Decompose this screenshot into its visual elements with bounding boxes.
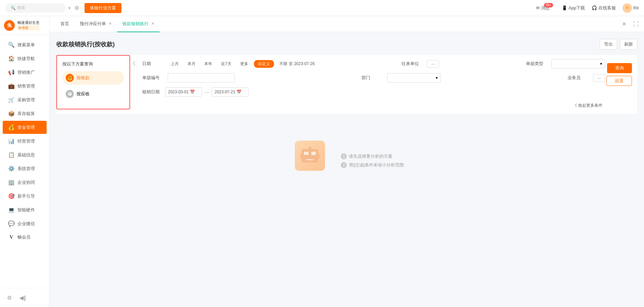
tab-home-label: 首页	[60, 21, 69, 27]
filter-option-receipt[interactable]: 💰 按收款	[62, 71, 124, 85]
receipt-option-icon: 💰	[66, 74, 74, 82]
empty-icon-box	[295, 141, 325, 171]
message-icon: ✉	[536, 5, 540, 10]
search-box[interactable]: 🔍 搜索	[5, 3, 66, 13]
filter-fields-panel: 日期 上月 本月 本年 近7天 更多 自定义	[137, 55, 637, 114]
sidebar-collapse-button[interactable]: ◀‖	[17, 292, 28, 303]
dropdown-arrow-icon[interactable]: ▾	[68, 6, 70, 10]
date-btn-this-month[interactable]: 本月	[184, 60, 199, 68]
page-content: 收款核销执行(按收款) 导出 刷新 按以下方案查询 💰 按收款 🕐	[50, 32, 644, 307]
sidebar-item-marketing[interactable]: 📢 营销推广	[3, 66, 47, 79]
page-title: 收款核销执行(按收款)	[56, 40, 115, 48]
query-button[interactable]: 查询	[607, 63, 632, 73]
dept-select[interactable]: ▾	[387, 73, 441, 83]
sidebar-item-quicknav[interactable]: 🏠 快捷导航	[3, 52, 47, 65]
industry-solution-button[interactable]: 体验行业方案	[85, 3, 121, 13]
chevron-down-icon: ▾	[436, 75, 438, 80]
filter-verif-date-row: 核销日期 2023-03-01 📅 — 2023-07-21 📅	[142, 87, 605, 97]
sidebar-item-label: 畅会员	[17, 234, 31, 240]
date-btn-this-year[interactable]: 本年	[201, 60, 215, 68]
sidebar-item-label: 经营管理	[17, 138, 35, 144]
tab-prepay-label: 预付冲应付单	[80, 21, 106, 27]
staff-input[interactable]: ···	[593, 74, 605, 82]
logo-text-block: 畅捷通好生意 标准版	[17, 20, 40, 30]
tab-prepay[interactable]: 预付冲应付单 ✕	[74, 16, 117, 32]
user-profile-button[interactable]: R Rit	[623, 3, 639, 13]
date-btn-more[interactable]: 更多	[237, 60, 251, 68]
sidebar-item-inventory[interactable]: 📦 库存核算	[3, 107, 47, 120]
sidebar-item-guide[interactable]: 🎯 新手引导	[3, 190, 47, 203]
sidebar-item-basicinfo[interactable]: 📋 基础信息	[3, 148, 47, 161]
counterparty-label: 往来单位	[401, 61, 422, 67]
sidebar-item-label: 采购管理	[17, 97, 35, 103]
svg-rect-5	[300, 154, 303, 159]
sidebar-item-member[interactable]: V 畅会员	[3, 231, 47, 244]
sidebar-item-label: 企业微信	[17, 221, 35, 227]
sidebar-item-label: 基础信息	[17, 152, 35, 158]
guide-icon: 🎯	[8, 193, 15, 199]
sidebar-item-system[interactable]: ⚙️ 系统管理	[3, 162, 47, 175]
app-download-button[interactable]: 📱 App下载	[562, 5, 585, 11]
date-btn-7days[interactable]: 近7天	[218, 60, 234, 68]
svg-rect-3	[306, 159, 314, 160]
sidebar-nav: 🔍 搜索菜单 🏠 快捷导航 📢 营销推广 💼 销售管理 🛒 采购管理 📦	[0, 35, 49, 288]
logo-icon: 兔	[4, 20, 15, 31]
avatar: R	[623, 3, 632, 13]
sidebar-item-sales[interactable]: 💼 销售管理	[3, 80, 47, 93]
verif-date-label: 核销日期	[142, 89, 162, 95]
sidebar-item-label: 营销推广	[17, 69, 35, 75]
chevron-down-icon: ▾	[600, 61, 602, 66]
settings-gear-icon[interactable]: ⚙	[74, 5, 79, 11]
tab-collect-close-icon[interactable]: ✕	[151, 21, 154, 26]
sidebar: 兔 畅捷通好生意 标准版 🔍 搜索菜单 🏠 快捷导航 📢 营销推广 💼 销售管理	[0, 16, 50, 307]
doc-no-label: 单据编号	[142, 75, 162, 81]
content-area: 首页 预付冲应付单 ✕ 收款核销执行 ✕ ✕ ⛶ 收款核销执行(按收款) 导出	[50, 16, 644, 307]
sidebar-item-enterprise[interactable]: 🏢 企业协同	[3, 176, 47, 189]
verif-date-start-input[interactable]: 2023-03-01 📅	[165, 87, 202, 97]
top-bar-left: 🔍 搜索 ▾ ⚙ 体验行业方案	[5, 3, 536, 13]
svg-rect-2	[311, 152, 316, 155]
hardware-icon: 💻	[8, 207, 15, 213]
tab-expand-button[interactable]: ⛶	[631, 19, 641, 30]
sidebar-item-hardware[interactable]: 💻 智能硬件	[3, 203, 47, 216]
verif-date-end-input[interactable]: 2023-07-21 📅	[212, 87, 249, 97]
date-btn-custom[interactable]: 自定义	[254, 60, 274, 68]
export-button[interactable]: 导出	[600, 39, 617, 50]
sidebar-item-finance[interactable]: 💰 资金管理	[3, 121, 47, 134]
date-btn-last-month[interactable]: 上月	[168, 60, 182, 68]
online-service-button[interactable]: 🎧 在线客服	[592, 5, 616, 11]
sidebar-item-wechat[interactable]: 💬 企业微信	[3, 217, 47, 230]
sidebar-item-operations[interactable]: 📊 经营管理	[3, 135, 47, 148]
sidebar-item-label: 快捷导航	[17, 56, 35, 62]
filter-collapse-left-button[interactable]: 《	[130, 55, 137, 67]
refresh-button[interactable]: 刷新	[620, 39, 637, 50]
filter-option-receivable[interactable]: 🕐 按应收	[62, 87, 124, 101]
dept-label: 部门	[362, 75, 382, 81]
doc-type-select[interactable]: ▾	[551, 59, 605, 68]
page-header-actions: 导出 刷新	[600, 39, 637, 50]
counterparty-input[interactable]: ···	[427, 60, 439, 68]
receivable-option-icon: 🕐	[66, 90, 74, 98]
tab-close-all-button[interactable]: ✕	[619, 19, 629, 30]
tab-home[interactable]: 首页	[55, 16, 74, 32]
sidebar-item-search[interactable]: 🔍 搜索菜单	[3, 38, 47, 51]
sidebar-item-label: 搜索菜单	[17, 42, 35, 48]
collapse-more-button[interactable]: 《 收起更多条件	[142, 101, 605, 110]
calendar-end-icon: 📅	[236, 90, 241, 94]
empty-text-block: 1 请先选择要分析的方案 2 用[过滤]条件来缩小分析范围	[341, 152, 404, 169]
settings-button[interactable]: 设置	[606, 76, 632, 86]
sidebar-item-purchase[interactable]: 🛒 采购管理	[3, 93, 47, 106]
empty-illustration	[290, 141, 330, 181]
sidebar-settings-button[interactable]: ⚙	[4, 292, 15, 303]
staff-label: 业务员	[568, 75, 588, 81]
tab-collect[interactable]: 收款核销执行 ✕	[117, 16, 160, 32]
messages-button[interactable]: ✉ 消息 99+	[536, 5, 550, 11]
right-actions-col: 查询 设置	[605, 59, 632, 86]
receivable-option-label: 按应收	[76, 91, 90, 97]
basicinfo-icon: 📋	[8, 152, 15, 158]
doc-no-input[interactable]	[168, 73, 235, 83]
tab-prepay-close-icon[interactable]: ✕	[109, 21, 112, 26]
system-icon: ⚙️	[8, 165, 15, 172]
messages-badge: 99+	[544, 3, 553, 7]
date-end-text: 2023-07-26	[294, 61, 315, 66]
